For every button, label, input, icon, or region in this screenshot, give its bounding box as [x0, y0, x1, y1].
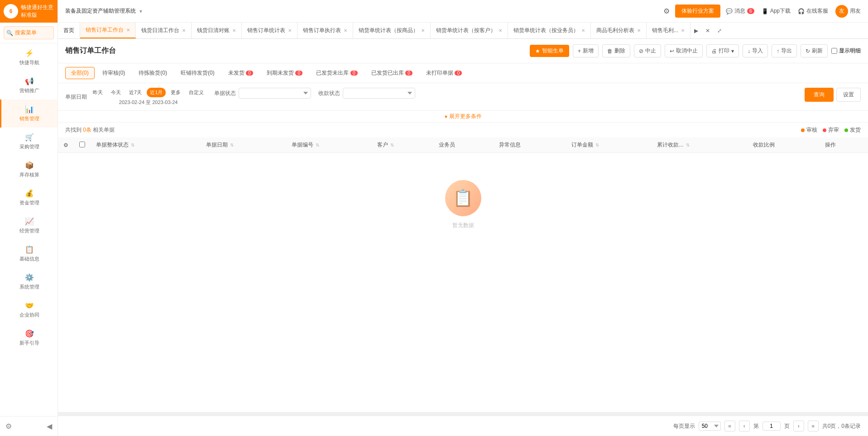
message-button[interactable]: 💬 消息 6: [726, 7, 754, 15]
sidebar-item-guide[interactable]: 🎯 新手引导: [0, 324, 58, 352]
last-page-button[interactable]: »: [808, 421, 819, 431]
review-action-button[interactable]: 审核: [801, 126, 817, 134]
select-all-checkbox[interactable]: [79, 142, 85, 147]
sub-tab-shipped-not-out[interactable]: 已发货未出库 0: [310, 67, 363, 79]
th-bill-date[interactable]: 单据日期 ⇅: [201, 137, 286, 153]
next-page-button[interactable]: ›: [793, 421, 804, 431]
query-button[interactable]: 查询: [805, 88, 834, 102]
page-title: 销售订单工作台: [65, 46, 116, 56]
sub-tab-shipped-out[interactable]: 已发货已出库 0: [365, 67, 418, 79]
page-input[interactable]: [762, 422, 781, 431]
tab-close-sales-stat[interactable]: ✕: [288, 28, 292, 33]
th-bill-no[interactable]: 单据编号 ⇅: [286, 137, 372, 153]
sub-tab-unshipped[interactable]: 未发货 0: [222, 67, 259, 79]
base-icon: 📋: [25, 245, 34, 254]
date-btn-7days[interactable]: 近7天: [126, 88, 145, 97]
quick-nav-label: 快捷导航: [19, 59, 39, 66]
tab-sales-staff[interactable]: 销货单统计表（按业务员） ✕: [508, 23, 591, 38]
date-btn-1month[interactable]: 近1月: [147, 88, 166, 97]
tab-close-sales-staff[interactable]: ✕: [581, 28, 585, 33]
smart-create-button[interactable]: ★ 智能生单: [530, 45, 569, 57]
tab-close-sales-margin[interactable]: ✕: [681, 28, 685, 33]
cancel-review-action-button[interactable]: 弃审: [823, 126, 839, 134]
page-size-select[interactable]: 50 20 100: [699, 422, 721, 431]
delete-button[interactable]: 🗑 删除: [602, 44, 630, 57]
tab-sales-product[interactable]: 销货单统计表（按商品） ✕: [353, 23, 431, 38]
sidebar-item-finance[interactable]: 💰 资金管理: [0, 184, 58, 212]
th-settings[interactable]: ⚙: [58, 137, 74, 153]
settings-button[interactable]: 设置: [836, 88, 861, 102]
tab-cash-daily[interactable]: 钱货日清工作台 ✕: [136, 23, 192, 38]
th-checkbox[interactable]: [74, 137, 91, 153]
date-btn-yesterday[interactable]: 昨天: [90, 88, 106, 97]
first-page-button[interactable]: «: [724, 421, 735, 431]
sidebar-item-inventory[interactable]: 📦 库存核算: [0, 156, 58, 184]
sub-tab-unprinted[interactable]: 未打印单据 0: [420, 67, 468, 79]
tab-close-sales-workbench[interactable]: ✕: [126, 28, 130, 33]
tab-sales-exec[interactable]: 销售订单执行表 ✕: [297, 23, 353, 38]
sidebar-item-system[interactable]: ⚙️ 系统管理: [0, 268, 58, 296]
status-select[interactable]: [239, 88, 311, 99]
tab-margin-analysis[interactable]: 商品毛利分析表 ✕: [591, 23, 647, 38]
tab-close-cash-reconcile[interactable]: ✕: [232, 28, 236, 33]
stop-button[interactable]: ⊘ 中止: [634, 44, 661, 57]
tab-close-cash-daily[interactable]: ✕: [182, 28, 186, 33]
import-button[interactable]: ↓ 导入: [743, 44, 768, 57]
expand-filter-button[interactable]: ▾ 展开更多条件: [445, 113, 482, 120]
date-btn-more[interactable]: 更多: [168, 88, 184, 97]
sidebar-collapse-btn[interactable]: ◀: [47, 422, 52, 431]
export-button[interactable]: ↑ 导出: [772, 44, 797, 57]
show-detail-checkbox[interactable]: [831, 48, 837, 54]
sidebar-item-enterprise[interactable]: 🤝 企业协同: [0, 296, 58, 324]
search-menu-button[interactable]: 🔍 搜索菜单: [4, 26, 54, 39]
horizontal-scrollbar[interactable]: [58, 412, 868, 416]
sidebar-item-purchase[interactable]: 🛒 采购管理: [0, 128, 58, 156]
tab-close-sales-product[interactable]: ✕: [421, 28, 425, 33]
sidebar-item-base[interactable]: 📋 基础信息: [0, 240, 58, 268]
print-dropdown-icon: ▾: [731, 48, 734, 54]
tabbar-more[interactable]: ▶: [691, 28, 702, 34]
date-btn-custom[interactable]: 自定义: [186, 88, 207, 97]
th-cumulative[interactable]: 累计收款... ⇅: [652, 137, 748, 153]
tabbar-maximize[interactable]: ⤢: [714, 28, 725, 34]
prev-page-button[interactable]: ‹: [739, 421, 750, 431]
industry-plan-button[interactable]: 体验行业方案: [675, 5, 720, 18]
payment-select[interactable]: [343, 88, 415, 99]
refresh-button[interactable]: ↻ 刷新: [801, 44, 828, 57]
show-detail-checkbox-label[interactable]: 显示明细: [831, 47, 861, 55]
user-menu-button[interactable]: 友 用友: [835, 5, 861, 18]
tab-close-margin-analysis[interactable]: ✕: [637, 28, 641, 33]
tab-home[interactable]: 首页: [58, 23, 80, 38]
tabbar-close-all[interactable]: ✕: [702, 28, 714, 34]
sidebar-item-marketing[interactable]: 📢 营销推广: [0, 71, 58, 100]
tab-sales-workbench[interactable]: 销售订单工作台 ✕: [80, 23, 136, 38]
print-button[interactable]: 🖨 打印 ▾: [706, 44, 739, 57]
cancel-stop-button[interactable]: ↩ 取消中止: [665, 44, 703, 57]
app-download-button[interactable]: 📱 App下载: [762, 7, 791, 15]
sidebar-settings-btn[interactable]: ⚙: [5, 422, 12, 431]
sidebar-item-quick-nav[interactable]: ⚡ 快捷导航: [0, 43, 58, 71]
sub-tab-all[interactable]: 全部(0): [65, 67, 95, 79]
add-button[interactable]: + 新增: [573, 44, 599, 57]
tab-cash-reconcile[interactable]: 钱货日清对账 ✕: [192, 23, 242, 38]
tab-close-sales-exec[interactable]: ✕: [344, 28, 347, 33]
th-amount[interactable]: 订单金额 ⇅: [566, 137, 652, 153]
sub-tab-pending-inspect[interactable]: 待拣验货(0): [133, 67, 173, 79]
tab-sales-stat[interactable]: 销售订单统计表 ✕: [242, 23, 297, 38]
tab-sales-margin[interactable]: 销售毛利... ✕: [647, 23, 691, 38]
th-customer[interactable]: 客户 ⇅: [372, 137, 433, 153]
settings-icon[interactable]: ⚙: [663, 7, 670, 15]
tab-sales-customer[interactable]: 销货单统计表（按客户） ✕: [431, 23, 508, 38]
sidebar-item-operations[interactable]: 📈 经营管理: [0, 212, 58, 240]
enterprise-icon: 🤝: [25, 301, 34, 310]
table-settings-icon[interactable]: ⚙: [63, 142, 68, 148]
date-btn-today[interactable]: 今天: [108, 88, 124, 97]
ship-action-button[interactable]: 发货: [844, 126, 861, 134]
sub-tab-pending-review[interactable]: 待审核(0): [96, 67, 131, 79]
th-bill-status[interactable]: 单据整体状态 ⇅: [91, 137, 201, 153]
online-service-button[interactable]: 🎧 在线客服: [798, 7, 828, 15]
sub-tab-wangpu-ship[interactable]: 旺铺待发货(0): [175, 67, 221, 79]
tab-close-sales-customer[interactable]: ✕: [499, 28, 502, 33]
sidebar-item-sales[interactable]: 📊 销售管理: [0, 100, 58, 128]
sub-tab-overdue-ship[interactable]: 到期未发货 0: [261, 67, 308, 79]
